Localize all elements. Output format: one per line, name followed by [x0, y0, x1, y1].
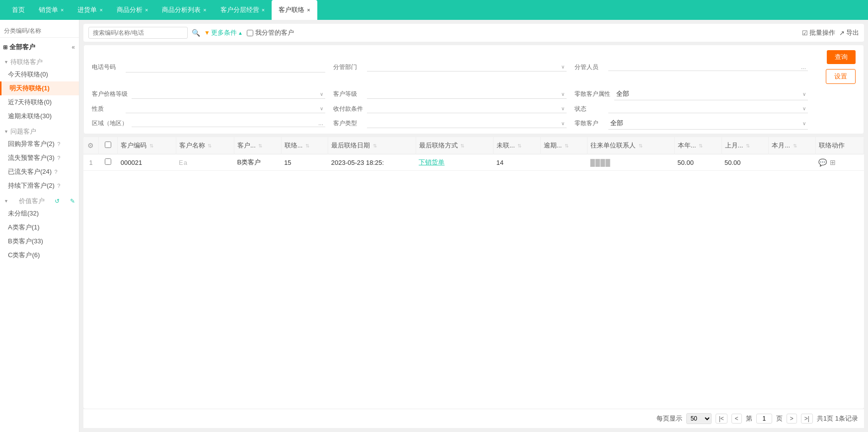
search-input[interactable]	[88, 27, 188, 39]
col-last-contact-date[interactable]: 最后联络日期 ⇅	[328, 137, 416, 154]
nav-home-label: 首页	[12, 5, 25, 14]
adv-filter-price-level: 客户价格等级 ∨	[92, 90, 325, 99]
sidebar-search-bar: 🔍	[0, 24, 79, 38]
sidebar-item-lost[interactable]: 已流失客户(24) ?	[0, 165, 79, 179]
col-contact-person[interactable]: 往来单位联系人 ⇅	[587, 137, 675, 154]
sidebar-item-overdue-pending[interactable]: 逾期未联络(30)	[0, 109, 79, 123]
adv-filter-scatter-attr: 零散客户属性 全部 ∨	[575, 88, 808, 100]
select-all-checkbox[interactable]	[105, 142, 111, 148]
last-page-btn[interactable]: >|	[801, 414, 813, 424]
manager-dots[interactable]: ...	[799, 64, 808, 71]
sidebar-item-abnormal[interactable]: 回购异常客户(2) ?	[0, 137, 79, 151]
prev-page-btn[interactable]: <	[731, 414, 742, 424]
adv-filter-row-2: 客户价格等级 ∨ 客户等级 ∨ 零散客户属性 全部	[92, 88, 856, 100]
scatter-customer-select[interactable]: 全部 ∨	[608, 117, 808, 130]
nav-customer-tier-close[interactable]: ×	[262, 7, 265, 13]
col-overdue[interactable]: 逾期... ⇅	[540, 137, 587, 154]
setting-button[interactable]: 设置	[826, 69, 856, 84]
manager-input[interactable]: ...	[608, 64, 808, 71]
nav-product-analysis-close[interactable]: ×	[145, 7, 148, 13]
next-page-btn[interactable]: >	[787, 414, 797, 424]
nav-product-analysis-list-close[interactable]: ×	[203, 7, 206, 13]
region-input[interactable]: ...	[132, 120, 325, 127]
customer-type-select[interactable]: ∨	[367, 119, 567, 128]
phone-input[interactable]	[126, 62, 325, 72]
nav-sales[interactable]: 销货单 ×	[32, 0, 71, 20]
region-dots[interactable]: ...	[316, 120, 325, 127]
col-this-month[interactable]: 本月... ⇅	[769, 137, 816, 154]
settings-gear-icon[interactable]: ⚙	[87, 142, 94, 149]
first-page-btn[interactable]: |<	[716, 414, 727, 424]
value-group-edit-icon[interactable]: ✎	[70, 198, 75, 205]
sidebar-item-today-pending[interactable]: 今天待联络(0)	[0, 68, 79, 81]
col-settings-gear[interactable]: ⚙	[83, 137, 98, 154]
sidebar: 🔍 ⊞ 全部客户 « 待联络客户 今天待联络(0) 明天待联络(1) 近7天待联…	[0, 20, 79, 432]
row-overdue	[540, 154, 587, 171]
page-label: 第	[746, 414, 752, 423]
col-code[interactable]: 客户编码 ⇅	[118, 137, 176, 154]
scatter-attr-select[interactable]: 全部 ∨	[614, 88, 808, 100]
nav-purchase[interactable]: 进货单 ×	[71, 0, 109, 20]
advanced-filter-panel: 电话号码 分管部门 ∨ 分管人员 ...	[83, 45, 864, 134]
sidebar-item-ungrouped[interactable]: 未分组(32)	[0, 207, 79, 220]
price-level-select[interactable]: ∨	[132, 90, 325, 99]
customer-table: ⚙ 客户编码 ⇅ 客户名称 ⇅ 客户... ⇅	[83, 137, 864, 171]
page-suffix: 页	[776, 414, 783, 423]
nav-sales-close[interactable]: ×	[61, 7, 64, 13]
nav-purchase-close[interactable]: ×	[99, 7, 102, 13]
col-no-contact-days[interactable]: 未联... ⇅	[493, 137, 540, 154]
per-page-select[interactable]: 50 100 200	[686, 413, 712, 424]
col-customer-type[interactable]: 客户... ⇅	[234, 137, 281, 154]
nav-customer-tier[interactable]: 客户分层经营 ×	[214, 0, 272, 20]
sidebar-search-input[interactable]	[4, 27, 78, 34]
col-checkbox	[98, 137, 118, 154]
col-last-month[interactable]: 上月... ⇅	[722, 137, 769, 154]
adv-filter-region: 区域（地区） ...	[92, 119, 325, 128]
customer-level-select[interactable]: ∨	[367, 90, 567, 99]
nature-select[interactable]: ∨	[126, 104, 325, 113]
sidebar-item-b-class[interactable]: B类客户(33)	[0, 234, 79, 248]
sidebar-item-week-pending[interactable]: 近7天待联络(0)	[0, 95, 79, 109]
export-btn[interactable]: ↗ 导出	[839, 28, 859, 37]
row-last-month: 50.00	[722, 154, 769, 171]
my-customers-checkbox-label[interactable]: 我分管的客户	[247, 28, 294, 37]
content-area: 🔍 ▼ 更多条件 ▲ 我分管的客户 ☑ 批量操作 ↗ 导出	[79, 20, 868, 432]
row-last-contact-method[interactable]: 下销货单	[416, 154, 493, 171]
query-button[interactable]: 查询	[827, 50, 856, 64]
sidebar-item-tomorrow-pending[interactable]: 明天待联络(1)	[0, 81, 79, 95]
col-name[interactable]: 客户名称 ⇅	[176, 137, 234, 154]
batch-ops-btn[interactable]: ☑ 批量操作	[802, 28, 835, 37]
col-last-contact-method[interactable]: 最后联络方式 ⇅	[416, 137, 493, 154]
page-input[interactable]	[756, 414, 772, 424]
row-action-grid-icon[interactable]: ⊞	[830, 158, 836, 166]
nav-product-analysis[interactable]: 商品分析 ×	[110, 0, 155, 20]
sidebar-item-a-class[interactable]: A类客户(1)	[0, 220, 79, 234]
row-this-month	[769, 154, 816, 171]
value-group-refresh-icon[interactable]: ↺	[55, 198, 60, 205]
search-button-icon[interactable]: 🔍	[192, 29, 200, 37]
adv-filter-payment: 收付款条件 ∨	[333, 104, 567, 113]
pending-group-title: 待联络客户	[0, 54, 79, 68]
payment-select[interactable]: ∨	[367, 104, 567, 113]
sidebar-all-customers[interactable]: ⊞ 全部客户 «	[0, 41, 79, 54]
nav-product-analysis-list[interactable]: 商品分析列表 ×	[155, 0, 213, 20]
sidebar-item-declining[interactable]: 持续下滑客户(2) ?	[0, 179, 79, 193]
row-action-comment-icon[interactable]: 💬	[818, 158, 827, 166]
col-contact-count[interactable]: 联络... ⇅	[281, 137, 328, 154]
nav-customer-contact-close[interactable]: ×	[307, 7, 310, 13]
sidebar-item-lost-warning[interactable]: 流失预警客户(3) ?	[0, 151, 79, 165]
row-index: 1	[83, 154, 98, 171]
grid-icon: ⊞	[3, 44, 7, 51]
collapse-icon[interactable]: «	[72, 44, 75, 51]
my-customers-checkbox[interactable]	[247, 30, 253, 36]
query-setting-col: 查询 设置	[816, 50, 856, 84]
sidebar-item-c-class[interactable]: C类客户(6)	[0, 248, 79, 262]
col-this-year[interactable]: 本年... ⇅	[674, 137, 722, 154]
nav-customer-contact[interactable]: 客户联络 ×	[272, 0, 317, 20]
row-checkbox[interactable]	[105, 158, 111, 165]
status-select[interactable]: ∨	[608, 104, 808, 113]
dept-select[interactable]: ∨	[367, 63, 567, 72]
nav-home[interactable]: 首页	[5, 0, 32, 20]
row-code: 000021	[118, 154, 176, 171]
more-conditions-btn[interactable]: ▼ 更多条件 ▲	[204, 28, 243, 37]
